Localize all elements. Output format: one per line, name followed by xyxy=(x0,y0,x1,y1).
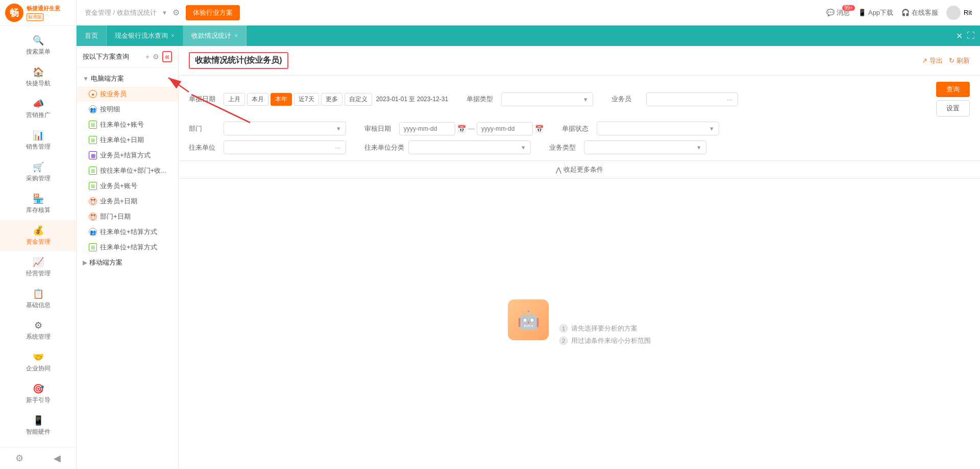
service-icon: 🎧 xyxy=(901,9,910,16)
scheme-item-icon-clock: ⏰ xyxy=(89,197,97,205)
scheme-settings-icon[interactable]: ⚙ xyxy=(153,53,159,61)
date-btn-last-month[interactable]: 上月 xyxy=(224,93,245,106)
scheme-item-by-detail[interactable]: 👥 按明细 xyxy=(77,102,178,117)
tab-bank-close[interactable]: × xyxy=(171,32,175,39)
sidebar-item-finance[interactable]: 💰 资金管理 xyxy=(0,220,76,251)
counterpart-category-label: 往来单位分类 xyxy=(364,143,404,152)
export-icon: ↗ xyxy=(922,57,927,64)
scheme-section-desktop-header[interactable]: ▼ 电脑端方案 xyxy=(77,71,178,86)
salesman-select[interactable]: ··· xyxy=(646,92,738,106)
salesman-item: 业务员 ··· xyxy=(611,92,738,106)
home-icon: 🏠 xyxy=(33,66,44,78)
scheme-item-salesman-account[interactable]: ⊞ 业务员+账号 xyxy=(77,178,178,194)
review-date-to-input[interactable] xyxy=(477,122,533,135)
sidebar-item-guide[interactable]: 🎯 新手引导 xyxy=(0,378,76,410)
refresh-button[interactable]: ↻ 刷新 xyxy=(949,56,970,65)
breadcrumb-dropdown[interactable]: ▾ xyxy=(163,9,166,16)
tab-receipt-close[interactable]: × xyxy=(234,32,238,39)
sidebar-item-corp[interactable]: 🤝 企业协同 xyxy=(0,346,76,378)
scheme-item-unit-account[interactable]: ⊞ 往来单位+账号 xyxy=(77,117,178,132)
online-service-button[interactable]: 🎧 在线客服 xyxy=(901,8,938,17)
filter-row-3: 往来单位 ··· 往来单位分类 ▾ 业务类型 xyxy=(189,140,970,154)
app-download-button[interactable]: 📱 App下载 xyxy=(858,8,893,17)
biz-type-select[interactable]: ▾ xyxy=(584,140,706,154)
collapse-sidebar-icon[interactable]: ◀ xyxy=(54,453,61,464)
date-label: 单据日期 xyxy=(189,95,219,104)
sidebar-item-wechat[interactable]: 💬 企业微信 xyxy=(0,441,76,447)
maximize-icon[interactable]: ⛶ xyxy=(967,31,975,40)
doc-status-select[interactable]: ▾ xyxy=(597,122,719,135)
sidebar-item-system[interactable]: ⚙ 系统管理 xyxy=(0,315,76,346)
query-button[interactable]: 查询 xyxy=(936,82,970,97)
operation-icon: 📈 xyxy=(33,256,44,268)
user-info[interactable]: Rit xyxy=(946,6,972,20)
scheme-section-mobile-header[interactable]: ▶ 移动端方案 xyxy=(77,255,178,270)
date-btn-7days[interactable]: 近7天 xyxy=(294,93,319,106)
review-date-label: 审核日期 xyxy=(364,124,395,133)
settings-button[interactable]: 设置 xyxy=(936,100,970,116)
scheme-item-unit-settlement1[interactable]: 👥 往来单位+结算方式 xyxy=(77,224,178,240)
logo-icon: 畅 xyxy=(5,4,23,22)
scheme-item-salesman-settlement[interactable]: ▦ 业务员+结算方式 xyxy=(77,148,178,163)
date-btn-this-month[interactable]: 本月 xyxy=(247,93,268,106)
trial-button[interactable]: 体验行业方案 xyxy=(186,5,240,20)
date-btn-more[interactable]: 更多 xyxy=(321,93,342,106)
tab-receipt[interactable]: 收款情况统计 × xyxy=(183,26,247,46)
date-btn-custom[interactable]: 自定义 xyxy=(345,93,372,106)
sidebar: 畅 畅捷通好生意 标准版 🔍 搜索菜单 🏠 快捷导航 📣 营销推广 📊 销售管理… xyxy=(0,0,77,469)
date-filter-item: 单据日期 上月 本月 本年 近7天 更多 自定义 2023-01-01 至 20… xyxy=(189,93,448,106)
hardware-icon: 📱 xyxy=(33,415,44,426)
review-date-from-input[interactable] xyxy=(399,122,455,135)
filter-row-1: 单据日期 上月 本月 本年 近7天 更多 自定义 2023-01-01 至 20… xyxy=(189,82,970,116)
tabbar-actions: ✕ ⛶ xyxy=(951,26,980,46)
biz-type-label: 业务类型 xyxy=(549,143,580,152)
sidebar-item-purchase[interactable]: 🛒 采购管理 xyxy=(0,156,76,188)
section-name: 电脑端方案 xyxy=(91,74,124,83)
dept-select[interactable]: ▾ xyxy=(224,122,346,135)
right-panel: 收款情况统计(按业务员) ↗ 导出 ↻ 刷新 xyxy=(179,46,980,469)
scheme-item-dept-date[interactable]: ⏰ 部门+日期 xyxy=(77,209,178,224)
section-arrow-icon: ▼ xyxy=(83,75,89,82)
counterpart-select[interactable]: ··· xyxy=(224,140,346,154)
tab-bank[interactable]: 现金银行流水查询 × xyxy=(107,26,183,46)
empty-state-robot-icon: 🤖 xyxy=(508,299,549,340)
date-btn-this-year[interactable]: 本年 xyxy=(271,93,292,106)
doc-type-select[interactable]: ▾ xyxy=(501,92,593,106)
tab-home[interactable]: 首页 xyxy=(77,26,107,46)
add-scheme-icon[interactable]: + xyxy=(145,53,150,61)
close-all-tabs-icon[interactable]: ✕ xyxy=(956,31,963,41)
user-name: Rit xyxy=(964,9,972,16)
sidebar-item-inventory[interactable]: 🏪 库存核算 xyxy=(0,188,76,220)
guide-icon: 🎯 xyxy=(33,383,44,394)
scheme-item-by-salesman[interactable]: ● 按业务员 xyxy=(77,86,178,102)
sidebar-item-hardware[interactable]: 📱 智能硬件 xyxy=(0,410,76,441)
page-header: 收款情况统计(按业务员) ↗ 导出 ↻ 刷新 xyxy=(179,46,980,76)
sidebar-item-sales[interactable]: 📊 销售管理 xyxy=(0,125,76,156)
basic-icon: 📋 xyxy=(33,288,44,299)
message-button[interactable]: 💬 消息 99+ xyxy=(826,8,850,17)
scheme-item-unit-date[interactable]: ⊞ 往来单位+日期 xyxy=(77,132,178,148)
scheme-item-icon-people: 👥 xyxy=(89,105,97,113)
scheme-item-unit-dept-receipt[interactable]: ⊞ 按往来单位+部门+收... xyxy=(77,163,178,178)
settings-bottom-icon[interactable]: ⚙ xyxy=(15,453,23,464)
counterpart-category-select[interactable]: ▾ xyxy=(408,140,531,154)
scheme-item-icon-table3: ⊞ xyxy=(89,167,97,175)
sidebar-item-marketing[interactable]: 📣 营销推广 xyxy=(0,93,76,125)
sidebar-item-operation[interactable]: 📈 经营管理 xyxy=(0,251,76,283)
collapse-panel-icon[interactable]: « xyxy=(162,51,172,62)
topbar-right: 💬 消息 99+ 📱 App下载 🎧 在线客服 Rit xyxy=(826,6,972,20)
scheme-item-salesman-date[interactable]: ⏰ 业务员+日期 xyxy=(77,194,178,209)
logo: 畅 畅捷通好生意 标准版 xyxy=(0,0,76,26)
export-button[interactable]: ↗ 导出 xyxy=(922,56,943,65)
sidebar-item-basic[interactable]: 📋 基础信息 xyxy=(0,283,76,315)
sidebar-item-search[interactable]: 🔍 搜索菜单 xyxy=(0,30,76,61)
sidebar-item-shortcut[interactable]: 🏠 快捷导航 xyxy=(0,61,76,93)
topbar-settings-icon[interactable]: ⚙ xyxy=(173,8,180,17)
scheme-item-unit-settlement2[interactable]: ⊞ 往来单位+结算方式 xyxy=(77,240,178,255)
calendar-from-icon[interactable]: 📅 xyxy=(457,125,466,133)
content-area: 按以下方案查询 + ⚙ « ▼ 电脑端方案 ● 按业务员 xyxy=(77,46,980,469)
collapse-more-conditions[interactable]: ⋀ 收起更多条件 xyxy=(179,161,980,179)
doc-type-arrow-icon: ▾ xyxy=(584,96,587,103)
empty-state-steps: 1 请先选择要分析的方案 2 用过滤条件来缩小分析范围 xyxy=(559,324,651,348)
calendar-to-icon[interactable]: 📅 xyxy=(535,125,544,133)
